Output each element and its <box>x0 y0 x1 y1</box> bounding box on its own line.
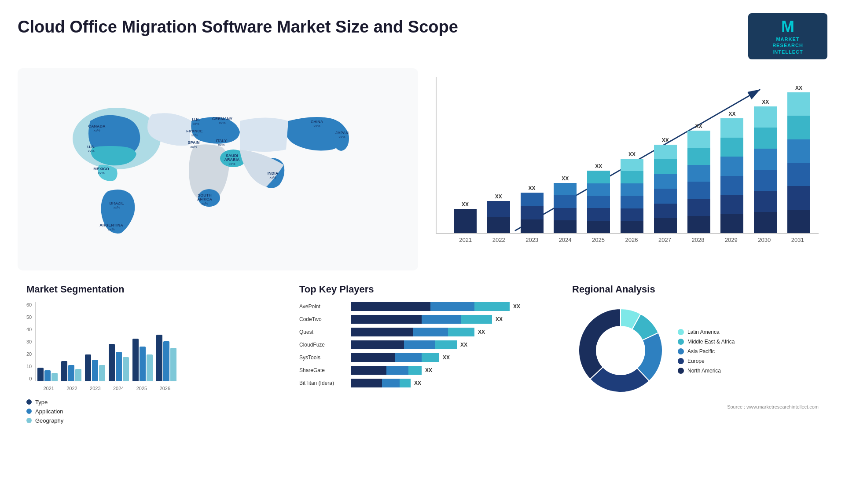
svg-text:xx%: xx% <box>219 121 225 125</box>
svg-text:GERMANY: GERMANY <box>212 117 232 121</box>
legend-dot <box>26 409 32 414</box>
regional-legend-item: Middle East & Africa <box>678 339 735 345</box>
legend-item: Type <box>26 399 273 405</box>
legend-item: Geography <box>26 417 273 424</box>
svg-text:xx%: xx% <box>313 124 320 128</box>
legend-dot <box>26 418 32 423</box>
svg-text:xx%: xx% <box>88 149 94 153</box>
players-list: AvePointXXCodeTwoXXQuestXXCloudFuzeXXSys… <box>299 302 546 387</box>
seg-legend: TypeApplicationGeography <box>26 399 273 424</box>
key-players-section: Top Key Players AvePointXXCodeTwoXXQuest… <box>290 279 555 428</box>
svg-text:ITALY: ITALY <box>216 139 227 143</box>
page-title: Cloud Office Migration Software Market S… <box>18 18 458 37</box>
svg-text:U.S.: U.S. <box>87 145 95 149</box>
regional-dot <box>678 348 684 354</box>
svg-text:CHINA: CHINA <box>311 120 323 124</box>
svg-text:JAPAN: JAPAN <box>335 131 349 135</box>
svg-text:MEXICO: MEXICO <box>93 167 109 171</box>
regional-legend-item: North America <box>678 368 735 374</box>
source-text: Source : www.marketresearchintellect.com <box>572 404 819 409</box>
player-row: BitTitan (Idera)XX <box>299 379 546 387</box>
svg-text:xx%: xx% <box>191 133 198 137</box>
player-row: ShareGateXX <box>299 366 546 375</box>
regional-legend-item: Latin America <box>678 329 735 335</box>
regional-section: Regional Analysis Latin AmericaMiddle Ea… <box>563 279 827 428</box>
world-map: CANADA xx% U.S. xx% MEXICO xx% BRAZIL xx… <box>18 68 418 270</box>
regional-legend-item: Asia Pacific <box>678 348 735 354</box>
svg-text:xx%: xx% <box>228 162 235 166</box>
seg-y-axis: 6050403020100 <box>26 302 32 381</box>
regional-title: Regional Analysis <box>572 284 819 295</box>
svg-text:xx%: xx% <box>190 145 197 149</box>
svg-text:AFRICA: AFRICA <box>197 197 212 201</box>
page-header: Cloud Office Migration Software Market S… <box>18 13 827 59</box>
svg-text:ARGENTINA: ARGENTINA <box>99 223 123 227</box>
svg-text:xx%: xx% <box>93 128 100 132</box>
player-row: CloudFuzeXX <box>299 340 546 349</box>
segmentation-section: Market Segmentation 6050403020100 202120… <box>18 279 282 428</box>
svg-text:BRAZIL: BRAZIL <box>110 201 124 205</box>
svg-text:xx%: xx% <box>113 205 120 209</box>
logo: M MARKETRESEARCHINTELLECT <box>748 13 827 59</box>
seg-year-labels: 202120222023202420252026 <box>35 386 176 391</box>
regional-dot <box>678 358 684 364</box>
svg-text:U.K.: U.K. <box>192 117 200 122</box>
svg-text:xx%: xx% <box>201 201 208 205</box>
main-content: CANADA xx% U.S. xx% MEXICO xx% BRAZIL xx… <box>18 68 827 428</box>
regional-dot <box>678 368 684 374</box>
segmentation-title: Market Segmentation <box>26 284 273 295</box>
player-row: SysToolsXX <box>299 353 546 362</box>
svg-point-38 <box>596 326 645 375</box>
donut-svg <box>572 302 669 399</box>
legend-dot <box>26 399 32 405</box>
logo-letter: M <box>781 18 794 36</box>
map-svg: CANADA xx% U.S. xx% MEXICO xx% BRAZIL xx… <box>26 77 409 262</box>
svg-text:xx%: xx% <box>218 143 224 147</box>
svg-text:xx%: xx% <box>192 122 199 126</box>
donut-chart <box>572 302 669 401</box>
donut-container: Latin AmericaMiddle East & AfricaAsia Pa… <box>572 302 819 401</box>
svg-text:CANADA: CANADA <box>88 124 106 128</box>
svg-text:xx%: xx% <box>98 171 104 175</box>
growth-chart: XXXXXXXXXXXXXXXXXXXXXX 20212022202320242… <box>427 68 827 270</box>
svg-text:xx%: xx% <box>269 175 276 179</box>
svg-text:SPAIN: SPAIN <box>188 140 200 145</box>
player-row: QuestXX <box>299 328 546 336</box>
svg-text:xx%: xx% <box>108 227 114 231</box>
bottom-row: Market Segmentation 6050403020100 202120… <box>18 279 827 428</box>
player-row: AvePointXX <box>299 302 546 311</box>
players-title: Top Key Players <box>299 284 546 295</box>
regional-dot <box>678 329 684 335</box>
svg-text:FRANCE: FRANCE <box>186 129 203 133</box>
regional-legend-item: Europe <box>678 358 735 364</box>
svg-text:INDIA: INDIA <box>268 171 279 175</box>
regional-legend: Latin AmericaMiddle East & AfricaAsia Pa… <box>678 329 735 374</box>
svg-text:xx%: xx% <box>338 135 345 139</box>
legend-item: Application <box>26 408 273 415</box>
seg-chart-bars <box>35 302 176 381</box>
svg-text:ARABIA: ARABIA <box>224 157 240 162</box>
regional-dot <box>678 339 684 345</box>
player-row: CodeTwoXX <box>299 315 546 324</box>
logo-text: MARKETRESEARCHINTELLECT <box>772 36 803 55</box>
